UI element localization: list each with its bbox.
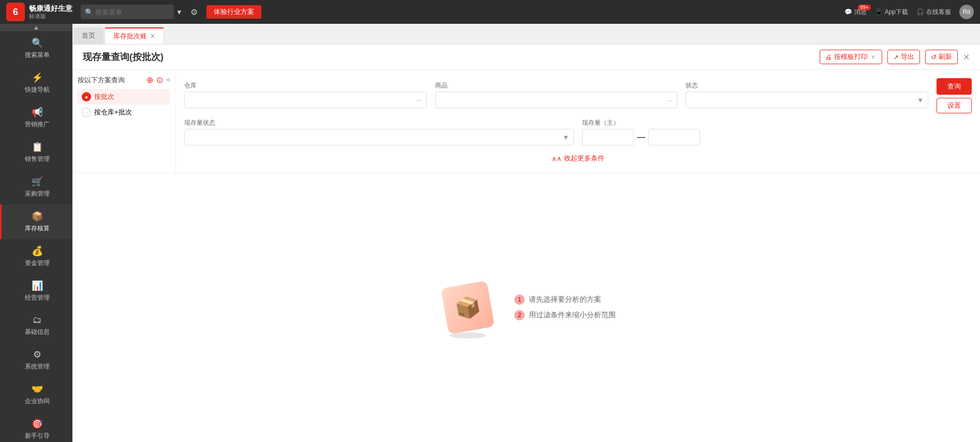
sidebar-scroll-up[interactable]: ▲ [0, 24, 72, 31]
filter-row-1: 仓库 ··· 商品 ··· 状态 [184, 76, 972, 113]
product-text-input[interactable] [440, 96, 667, 104]
scheme-active-icon: ● [82, 92, 91, 101]
sidebar-item-enterprise[interactable]: 🤝 企业协同 [0, 377, 72, 412]
range-separator: — [637, 132, 645, 142]
stock-qty-field: 现存量（主） — [582, 119, 972, 145]
sidebar-item-operation[interactable]: 📊 经营管理 [0, 274, 72, 308]
status-input[interactable] [690, 96, 917, 104]
message-badge: 99+ [858, 5, 871, 10]
product-field: 商品 ··· [435, 81, 678, 108]
warehouse-text-input[interactable] [189, 96, 417, 104]
print-icon: 🖨 [825, 53, 832, 61]
scheme-inactive-icon: ○ [82, 108, 91, 117]
finance-icon: 💰 [32, 245, 43, 257]
scheme-actions: ⊕ ⊙ « [146, 75, 170, 85]
status-select[interactable]: ▼ [686, 92, 928, 108]
page-close-icon[interactable]: ✕ [963, 52, 970, 62]
stock-status-field: 现存量状态 ▼ [184, 119, 574, 145]
sidebar-item-finance[interactable]: 💰 资金管理 [0, 239, 72, 274]
export-icon: ↗ [893, 53, 899, 61]
tab-close-icon[interactable]: ✕ [150, 33, 155, 40]
filter-row-2: 现存量状态 ▼ 现存量（主） — [184, 119, 972, 145]
page-title: 现存量查询(按批次) [83, 51, 164, 63]
collapse-icon: ∧∧ [552, 155, 562, 163]
enterprise-icon: 🤝 [32, 384, 43, 395]
product-label: 商品 [435, 81, 678, 90]
tip-num-2: 2 [514, 310, 525, 320]
settings-button[interactable]: 设置 [937, 98, 972, 113]
empty-icon-shadow [450, 332, 486, 338]
add-scheme-button[interactable]: ⊕ [146, 75, 153, 85]
app-logo: 6 [6, 3, 25, 21]
experience-button[interactable]: 体验行业方案 [206, 5, 261, 19]
product-more-icon[interactable]: ··· [667, 96, 673, 104]
topbar-right: 💬 消息 99+ 📱 App下载 🎧 在线客服 Rit [844, 5, 974, 19]
main-layout: ▲ 🔍 搜索菜单 ⚡ 快捷导航 📢 营销推广 📋 销售管理 🛒 采购管理 📦 库… [0, 24, 980, 442]
sidebar-item-marketing[interactable]: 📢 营销推广 [0, 100, 72, 135]
tab-bar: 首页 库存批次账 ✕ [72, 24, 980, 45]
inventory-icon: 📦 [32, 211, 43, 222]
status-field: 状态 ▼ [686, 81, 928, 108]
scheme-panel-header: 按以下方案查询 ⊕ ⊙ « [78, 75, 170, 85]
print-dropdown-icon[interactable]: ▼ [870, 53, 877, 61]
sidebar-item-sales[interactable]: 📋 销售管理 [0, 135, 72, 170]
stock-status-caret-icon: ▼ [562, 134, 569, 141]
query-button[interactable]: 查询 [937, 78, 972, 95]
app-download-button[interactable]: 📱 App下载 [875, 8, 908, 17]
scheme-item-warehouse-batch[interactable]: ○ 按仓库+批次 [78, 105, 170, 120]
sidebar-item-system[interactable]: ⚙ 系统管理 [0, 343, 72, 377]
refresh-button[interactable]: ↺ 刷新 [925, 50, 958, 64]
print-button[interactable]: 🖨 按模板打印 ▼ [820, 50, 882, 64]
sidebar-item-search[interactable]: 🔍 搜索菜单 [0, 31, 72, 66]
empty-illustration: 📦 [437, 276, 499, 338]
filter-form: 仓库 ··· 商品 ··· 状态 [176, 70, 980, 172]
collapse-conditions-button[interactable]: ∧∧ 收起更多条件 [184, 151, 972, 166]
sidebar-item-guide[interactable]: 🎯 新手引导 [0, 412, 72, 442]
content-area: 首页 库存批次账 ✕ 现存量查询(按批次) 🖨 按模板打印 ▼ ↗ 导出 [72, 24, 980, 442]
brand: 畅康通好生意 标准版 [29, 4, 72, 20]
search-icon: 🔍 [85, 8, 93, 16]
stock-status-label: 现存量状态 [184, 119, 574, 127]
empty-tip-1: 1 请先选择要分析的方案 [514, 294, 616, 305]
refresh-icon: ↺ [931, 53, 937, 61]
stock-qty-from-input[interactable] [582, 129, 634, 145]
page-header: 现存量查询(按批次) 🖨 按模板打印 ▼ ↗ 导出 ↺ 刷新 ✕ [72, 45, 980, 70]
page-actions: 🖨 按模板打印 ▼ ↗ 导出 ↺ 刷新 ✕ [820, 50, 970, 64]
filter-actions: 查询 设置 [937, 76, 972, 113]
sales-icon: 📋 [32, 141, 43, 153]
tab-inventory-batch[interactable]: 库存批次账 ✕ [105, 27, 164, 44]
message-icon: 💬 [844, 8, 852, 16]
guide-icon: 🎯 [32, 418, 43, 430]
stock-status-input[interactable] [189, 134, 562, 141]
search-input[interactable] [95, 8, 157, 16]
tip-num-1: 1 [514, 294, 525, 305]
operation-icon: 📊 [32, 280, 43, 291]
stock-qty-to-input[interactable] [648, 129, 700, 145]
service-icon: 🎧 [916, 8, 924, 16]
warehouse-more-icon[interactable]: ··· [417, 96, 422, 104]
search-bar[interactable]: 🔍 [81, 5, 174, 19]
user-avatar-button[interactable]: Rit [959, 5, 974, 19]
stock-status-select[interactable]: ▼ [184, 129, 574, 145]
scheme-settings-icon[interactable]: ⊙ [156, 75, 163, 85]
warehouse-field: 仓库 ··· [184, 81, 427, 108]
warehouse-label: 仓库 [184, 81, 427, 90]
sidebar-item-inventory[interactable]: 📦 库存核算 [0, 204, 72, 239]
sidebar-item-basic[interactable]: 🗂 基础信息 [0, 308, 72, 343]
search-dropdown-icon[interactable]: ▼ [176, 8, 183, 16]
export-button[interactable]: ↗ 导出 [887, 50, 920, 64]
sidebar-item-shortcut[interactable]: ⚡ 快捷导航 [0, 66, 72, 100]
system-icon: ⚙ [33, 349, 41, 360]
scheme-collapse-button[interactable]: « [166, 75, 170, 85]
topbar: 6 畅康通好生意 标准版 🔍 ▼ ⚙ 体验行业方案 💬 消息 99+ 📱 App… [0, 0, 980, 24]
purchase-icon: 🛒 [32, 176, 43, 187]
messages-button[interactable]: 💬 消息 99+ [844, 8, 867, 17]
empty-tip-2: 2 用过滤条件来缩小分析范围 [514, 310, 616, 320]
product-input[interactable]: ··· [435, 92, 678, 108]
sidebar-item-purchase[interactable]: 🛒 采购管理 [0, 170, 72, 204]
scheme-item-batch[interactable]: ● 按批次 [78, 89, 170, 105]
tab-home[interactable]: 首页 [73, 27, 103, 44]
warehouse-input[interactable]: ··· [184, 92, 427, 108]
settings-icon[interactable]: ⚙ [187, 5, 201, 19]
online-service-button[interactable]: 🎧 在线客服 [916, 8, 951, 17]
